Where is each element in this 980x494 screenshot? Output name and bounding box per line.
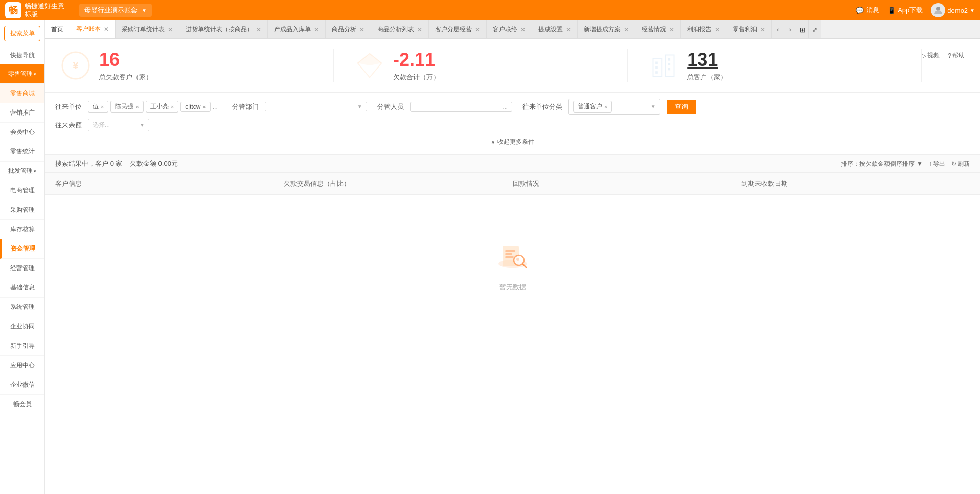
tab-nav-left[interactable]: ‹ (772, 20, 784, 39)
quick-nav-button[interactable]: 快捷导航 (0, 47, 44, 64)
close-tab-icon-6[interactable]: ✕ (417, 26, 422, 33)
svg-rect-9 (655, 71, 658, 74)
tab-retail-profit[interactable]: 零售利润 ✕ (726, 20, 772, 39)
sidebar: 搜索菜单 快捷导航 零售管理 ▾ 零售商城 营销推广 会员中心 零售统计 (0, 20, 45, 494)
app-download-button[interactable]: 📱 App下载 (887, 6, 923, 15)
remove-tag-cjttcw[interactable]: × (202, 104, 206, 110)
collapse-area: ∧ 收起更多条件 (55, 136, 970, 148)
close-tab-icon-13[interactable]: ✕ (760, 26, 765, 33)
remove-category-tag[interactable]: × (604, 104, 607, 110)
tab-customer-ledger[interactable]: 客户账本 ✕ (70, 20, 116, 39)
tab-profit-report[interactable]: 利润报告 ✕ (681, 20, 726, 39)
remove-tag-wang[interactable]: × (171, 104, 174, 110)
person-more-dots[interactable]: ... (503, 104, 508, 110)
tab-operations[interactable]: 经营情况 ✕ (635, 20, 681, 39)
stat-total-customers: 131 总客户（家） (628, 49, 922, 82)
store-dropdown-arrow: ▼ (142, 8, 147, 13)
video-link[interactable]: ▷ 视频 (922, 51, 940, 60)
close-tab-icon-7[interactable]: ✕ (475, 26, 480, 33)
tab-production-inbound[interactable]: 产成品入库单 ✕ (268, 20, 326, 39)
export-button[interactable]: ↑ 导出 (929, 160, 945, 168)
person-select[interactable]: ... (410, 102, 512, 112)
search-menu-button[interactable]: 搜索菜单 (4, 26, 40, 41)
close-tab-icon-5[interactable]: ✕ (359, 26, 364, 33)
tab-customer-tier[interactable]: 客户分层经营 ✕ (429, 20, 487, 39)
avatar (931, 3, 945, 17)
sidebar-item-enterprise[interactable]: 企业协同 (0, 317, 44, 336)
sidebar-item-wechat-work[interactable]: 企业微信 (0, 375, 44, 395)
sidebar-item-beginner[interactable]: 新手引导 (0, 336, 44, 356)
sidebar-item-purchase[interactable]: 采购管理 (0, 200, 44, 220)
filter-row-2: 往来余额 选择... ▼ (55, 119, 970, 131)
empty-state: 暂无数据 (45, 195, 980, 333)
filter-unit-tags: 伍 × 陈民强 × 王小亮 × (88, 101, 218, 113)
tab-fullscreen[interactable]: ⤢ (809, 20, 821, 39)
user-menu[interactable]: demo2 ▼ (931, 3, 975, 17)
close-tab-icon-11[interactable]: ✕ (669, 26, 674, 33)
yuan-icon: ¥ (60, 50, 91, 81)
sidebar-item-marketing[interactable]: 营销推广 (0, 103, 44, 123)
category-tag-normal: 普通客户 × (573, 101, 612, 113)
tab-product-analysis-list[interactable]: 商品分析列表 ✕ (371, 20, 429, 39)
close-tab-icon[interactable]: ✕ (104, 26, 109, 33)
message-button[interactable]: 💬 消息 (856, 6, 879, 15)
tab-product-analysis[interactable]: 商品分析 ✕ (326, 20, 371, 39)
sidebar-item-finance[interactable]: 资金管理 (0, 239, 44, 259)
results-actions: 排序：按欠款金额倒序排序 ▼ ↑ 导出 ↻ 刷新 (841, 160, 970, 168)
chevron-down-icon: ▾ (34, 72, 36, 77)
close-tab-icon-12[interactable]: ✕ (715, 26, 720, 33)
query-button[interactable]: 查询 (667, 100, 696, 114)
close-tab-icon-2[interactable]: ✕ (168, 26, 173, 33)
close-tab-icon-8[interactable]: ✕ (520, 26, 526, 33)
help-link[interactable]: ? 帮助 (948, 51, 965, 60)
stat-customers-info: 131 总客户（家） (687, 49, 727, 82)
stat-total-debt: -2.11 欠款合计（万） (334, 49, 628, 82)
col-header-repay: 回款情况 (513, 179, 741, 188)
tab-nav-right[interactable]: › (784, 20, 796, 39)
balance-input[interactable]: 选择... ▼ (88, 119, 149, 131)
stat-debtors-info: 16 总欠款客户（家） (99, 49, 152, 82)
empty-state-text: 暂无数据 (499, 283, 526, 292)
close-tab-icon-3[interactable]: ✕ (256, 26, 261, 33)
tab-add-commission[interactable]: 新增提成方案 ✕ (578, 20, 635, 39)
remove-tag-chen[interactable]: × (135, 104, 139, 110)
tab-inbound-stats[interactable]: 进货单统计表（按商品） ✕ (179, 20, 268, 39)
sort-button[interactable]: 排序：按欠款金额倒序排序 ▼ (841, 160, 923, 168)
close-tab-icon-4[interactable]: ✕ (314, 26, 319, 33)
remove-tag-wu[interactable]: × (101, 104, 104, 110)
sidebar-item-app-center[interactable]: 应用中心 (0, 356, 44, 375)
sidebar-item-ecommerce[interactable]: 电商管理 (0, 181, 44, 200)
close-tab-icon-9[interactable]: ✕ (566, 26, 571, 33)
refresh-button[interactable]: ↻ 刷新 (951, 160, 970, 168)
sidebar-item-member[interactable]: 畅会员 (0, 395, 44, 414)
dept-select[interactable]: ▼ (265, 102, 367, 111)
sidebar-item-retail-stats[interactable]: 零售统计 (0, 142, 44, 162)
collapse-button[interactable]: ∧ 收起更多条件 (491, 138, 534, 146)
tab-purchase-stats[interactable]: 采购订单统计表 ✕ (116, 20, 179, 39)
sidebar-item-retail-mall[interactable]: 零售商城 (0, 84, 44, 103)
filter-row-1: 往来单位 伍 × 陈民强 × 王小亮 (55, 99, 970, 115)
sidebar-item-member-center[interactable]: 会员中心 (0, 123, 44, 142)
top-right-actions: 💬 消息 📱 App下载 demo2 ▼ (856, 3, 975, 17)
sidebar-item-retail-mgmt[interactable]: 零售管理 ▾ (0, 64, 44, 84)
tab-home[interactable]: 首页 (45, 20, 70, 39)
col-header-customer: 客户信息 (55, 179, 284, 188)
sort-arrow-icon: ▼ (917, 160, 923, 167)
main-content: ¥ 16 总欠款客户（家） (45, 39, 980, 494)
question-icon: ? (948, 52, 951, 59)
refresh-icon: ↻ (951, 160, 956, 167)
store-selector[interactable]: 母婴行业演示账套 ▼ (79, 4, 152, 17)
filter-section: 往来单位 伍 × 陈民强 × 王小亮 (45, 93, 980, 155)
sidebar-item-wholesale[interactable]: 批发管理 ▾ (0, 162, 44, 181)
svg-marker-4 (358, 54, 382, 65)
tab-commission-settings[interactable]: 提成设置 ✕ (532, 20, 578, 39)
tab-customer-contact[interactable]: 客户联络 ✕ (487, 20, 532, 39)
sidebar-item-basic-info[interactable]: 基础信息 (0, 278, 44, 298)
sidebar-item-system[interactable]: 系统管理 (0, 298, 44, 317)
sidebar-item-operations[interactable]: 经营管理 (0, 259, 44, 278)
filter-more-tags[interactable]: ... (213, 103, 218, 110)
close-tab-icon-10[interactable]: ✕ (624, 26, 629, 33)
tab-nav-more[interactable]: ⊞ (796, 20, 809, 39)
category-select[interactable]: 普通客户 × ▼ (568, 99, 660, 115)
sidebar-item-inventory[interactable]: 库存核算 (0, 220, 44, 239)
